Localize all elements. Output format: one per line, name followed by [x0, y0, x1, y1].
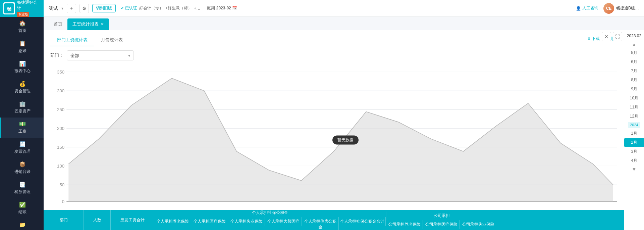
add-button[interactable]: ＋ — [67, 4, 76, 13]
extra-tag1: +好生意（标） — [165, 5, 192, 11]
period-value: 2023-02 — [216, 6, 231, 10]
sidebar-item-sales[interactable]: 📦 进销台账 — [0, 158, 44, 178]
th-dept-label: 部门 — [60, 217, 68, 223]
sidebar-item-salary[interactable]: 💵 工资 — [0, 118, 44, 138]
switch-version-button[interactable]: 切到旧版 — [92, 4, 116, 12]
sidebar-item-ledger[interactable]: 📋 总账 — [0, 37, 44, 57]
th-dept: 部门 — [44, 210, 84, 230]
panel-month-10[interactable]: 10月 — [624, 94, 644, 103]
logo-icon: 畅 — [3, 2, 15, 14]
filter-row: 部门： 全部 — [44, 46, 624, 64]
svg-text:畅: 畅 — [7, 6, 11, 11]
th-company-unemployment: 公司承担失业保险 — [460, 220, 497, 229]
panel-close-button[interactable]: ✕ — [602, 32, 611, 41]
logo-name: 畅捷通好会计 — [17, 0, 40, 11]
th-company-pension: 公司承担养老保险 — [386, 220, 423, 229]
th-personal-pension: 个人承担养老保险 — [154, 217, 191, 226]
subtab-monthly-label: 月份统计表 — [101, 37, 123, 42]
avatar: CE — [603, 3, 614, 14]
panel-month-8[interactable]: 8月 — [624, 76, 644, 85]
panel-month-4[interactable]: 4月 — [624, 156, 644, 165]
tabs-bar: 首页 工资统计报表 ✕ — [44, 17, 644, 30]
sidebar-label-salary: 工资 — [18, 129, 26, 134]
th-company-group: 公司承担 — [386, 212, 497, 220]
sidebar-item-funds[interactable]: 💰 资金管理 — [0, 77, 44, 97]
panel-month-9[interactable]: 9月 — [624, 85, 644, 94]
svg-text:100: 100 — [57, 164, 64, 169]
sidebar-icon-assets: 🏢 — [19, 101, 26, 107]
subtab-dept[interactable]: 部门工资统计表 — [50, 34, 94, 46]
content-area: ✕ ⛶ 部门工资统计表 月份统计表 ⬇ 下载 — [44, 30, 644, 230]
tab-salary-report[interactable]: 工资统计报表 ✕ — [67, 18, 109, 30]
th-total-salary: 应发工资合计 — [111, 210, 154, 230]
panel-month-12[interactable]: 12月 — [624, 112, 644, 121]
sidebar-icon-tax: 📑 — [19, 181, 26, 188]
sidebar-label-ledger: 总账 — [18, 48, 26, 54]
table-header: 部门 人数 应发工资合计 个人承担社保公积金 个人承担养老保险 个人承担医疗保险… — [44, 210, 624, 230]
sidebar-icon-home: 🏠 — [19, 20, 26, 27]
sidebar-icon-ledger: 📋 — [19, 40, 26, 47]
panel-month-11[interactable]: 11月 — [624, 103, 644, 112]
sidebar-icon-sales: 📦 — [19, 161, 26, 168]
panel-expand-button[interactable]: ⛶ — [613, 32, 622, 41]
panel-month-2[interactable]: 2月 — [624, 138, 644, 147]
chart-area: 350 300 250 200 150 100 50 0 暂无数据 — [44, 64, 624, 210]
panel-up-chevron[interactable]: ▲ — [632, 40, 637, 48]
consult-button[interactable]: 👤 人工咨询 — [576, 5, 598, 11]
svg-text:0: 0 — [62, 199, 64, 204]
sidebar-item-checkout[interactable]: ✅ 结账 — [0, 198, 44, 218]
sidebar: 畅 畅捷通好会计 专业版 🏠 首页 📋 总账 📊 报表中心 💰 资金管理 🏢 固… — [0, 0, 44, 230]
th-personal-medical: 个人承担医疗保险 — [191, 217, 228, 226]
th-company-medical: 公司承担医疗保险 — [423, 220, 460, 229]
sidebar-label-checkout: 结账 — [18, 209, 26, 215]
panel-year-2024[interactable]: 2024 — [628, 122, 640, 128]
sidebar-item-home[interactable]: 🏠 首页 — [0, 17, 44, 37]
account-type-tag: 好会计（专） — [139, 5, 163, 11]
panel-month-5[interactable]: 5月 — [624, 48, 644, 57]
sidebar-icon-salary: 💵 — [19, 121, 26, 127]
content-main: ✕ ⛶ 部门工资统计表 月份统计表 ⬇ 下载 — [44, 30, 624, 230]
th-count: 人数 — [84, 210, 111, 230]
th-personal-large-medical: 个人承担大额医疗 — [265, 217, 302, 226]
tab-close-icon[interactable]: ✕ — [101, 22, 104, 27]
th-personal-unemployment: 个人承担失业保险 — [228, 217, 265, 226]
sidebar-item-tax[interactable]: 📑 税务管理 — [0, 178, 44, 198]
project-dropdown-icon[interactable]: ▾ — [61, 6, 63, 11]
panel-down-chevron[interactable]: ▼ — [632, 165, 637, 173]
sidebar-label-funds: 资金管理 — [14, 88, 31, 94]
right-panel: 2023.02 ▲ 5月 6月 7月 8月 9月 10月 11月 12月 202… — [624, 30, 644, 230]
svg-text:350: 350 — [57, 70, 64, 75]
logo-text: 畅捷通好会计 专业版 — [17, 0, 40, 17]
subtab-dept-label: 部门工资统计表 — [57, 37, 88, 42]
chart-tooltip: 暂无数据 — [332, 136, 359, 145]
sidebar-item-reports[interactable]: 📊 报表中心 — [0, 57, 44, 77]
settings-button[interactable]: ⚙ — [79, 4, 89, 13]
panel-month-1[interactable]: 1月 — [624, 129, 644, 138]
dept-select-wrapper: 全部 — [67, 50, 134, 60]
sidebar-item-assets[interactable]: 🏢 固定资产 — [0, 97, 44, 118]
download-button[interactable]: ⬇ 下载 — [587, 36, 600, 42]
dept-select[interactable]: 全部 — [67, 50, 134, 60]
tab-home-label: 首页 — [54, 21, 62, 27]
user-name: 畅捷通B组… — [616, 5, 639, 11]
svg-text:50: 50 — [59, 182, 64, 187]
sidebar-icon-invoice: 🧾 — [19, 141, 26, 147]
sidebar-icon-checkout: ✅ — [19, 201, 26, 208]
sidebar-item-archive[interactable]: 📁 归档管理 — [0, 218, 44, 230]
panel-month-7[interactable]: 7月 — [624, 66, 644, 76]
consult-label: 人工咨询 — [582, 5, 598, 11]
user-menu[interactable]: CE 畅捷通B组… — [603, 3, 639, 14]
subtabs: 部门工资统计表 月份统计表 ⬇ 下载 ↻ 刷新 — [44, 30, 624, 46]
sidebar-item-invoice[interactable]: 🧾 发票管理 — [0, 138, 44, 158]
sidebar-label-home: 首页 — [18, 28, 26, 34]
th-count-label: 人数 — [93, 217, 101, 223]
app-logo: 畅 畅捷通好会计 专业版 — [0, 0, 44, 17]
svg-text:200: 200 — [57, 126, 64, 131]
filter-dept-label: 部门： — [50, 52, 63, 58]
panel-month-3[interactable]: 3月 — [624, 147, 644, 156]
logo-badge: 专业版 — [17, 12, 29, 17]
panel-month-6[interactable]: 6月 — [624, 57, 644, 66]
tab-home[interactable]: 首页 — [49, 18, 67, 30]
download-label: 下载 — [592, 36, 600, 42]
subtab-monthly[interactable]: 月份统计表 — [94, 34, 129, 46]
